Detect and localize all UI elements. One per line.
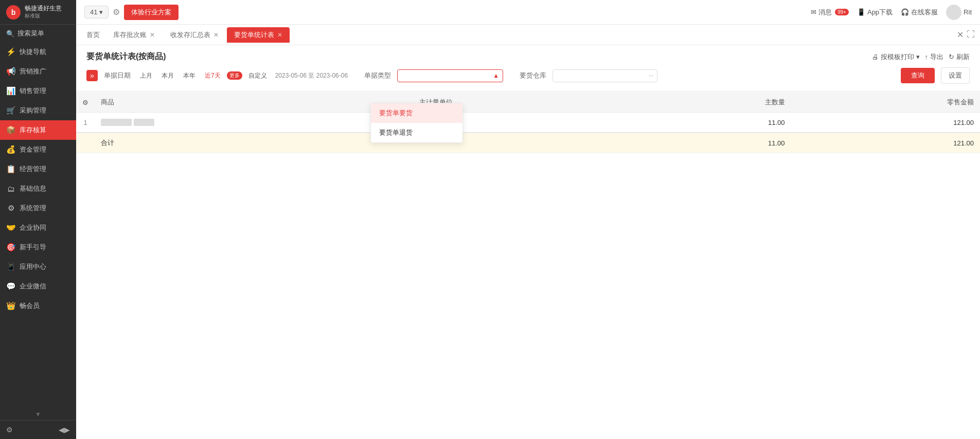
page-title: 要货单统计表(按商品) — [86, 51, 166, 62]
type-input[interactable] — [397, 69, 503, 82]
sidebar-item-marketing[interactable]: 📢 营销推广 — [0, 62, 76, 81]
more-date-badge[interactable]: 更多 — [227, 71, 242, 80]
user-name: Rit — [964, 8, 972, 16]
tab-close-icon[interactable]: ✕ — [213, 31, 219, 39]
guide-icon: 🎯 — [6, 243, 15, 252]
appstore-icon: 📱 — [6, 262, 15, 271]
data-table-container: ⚙ 商品 主计量单位 主数量 零售金额 1 — [76, 93, 980, 439]
page-actions: 🖨 按模板打印 ▾ ↑ 导出 ↻ 刷新 — [872, 52, 970, 62]
print-icon: 🖨 — [872, 53, 879, 61]
sidebar-item-label: 企业协同 — [20, 223, 46, 232]
logo-sub: 标准版 — [25, 12, 62, 20]
message-badge: 99+ — [835, 9, 849, 15]
sidebar-item-member[interactable]: 👑 畅会员 — [0, 296, 76, 316]
tab-close-icon[interactable]: ✕ — [150, 31, 155, 39]
date-custom[interactable]: 自定义 — [245, 70, 270, 81]
warehouse-input[interactable] — [553, 69, 657, 82]
sidebar-item-sales[interactable]: 📊 销售管理 — [0, 81, 76, 101]
refresh-btn[interactable]: ↻ 刷新 — [949, 52, 970, 62]
product-name-bar — [101, 119, 132, 126]
tab-close-active-icon[interactable]: ✕ — [277, 31, 282, 39]
sidebar-item-appstore[interactable]: 📱 应用中心 — [0, 257, 76, 277]
sidebar-item-label: 销售管理 — [20, 86, 46, 96]
sidebar-item-label: 基础信息 — [20, 184, 46, 193]
dropdown-item-order-return[interactable]: 要货单退货 — [371, 123, 462, 142]
tab-inventory-batch[interactable]: 库存批次账 ✕ — [106, 27, 162, 43]
row-product — [95, 113, 413, 133]
sidebar-item-quick-nav[interactable]: ⚡ 快捷导航 — [0, 42, 76, 62]
date-shortcut-this-month[interactable]: 本月 — [158, 70, 177, 81]
operations-icon: 📋 — [6, 164, 15, 174]
sidebar-scroll-down[interactable]: ▼ — [0, 409, 76, 420]
sidebar-item-finance[interactable]: 💰 资金管理 — [0, 140, 76, 159]
settings-row-button[interactable]: 设置 — [941, 67, 970, 84]
tabs-bar: 首页 库存批次账 ✕ 收发存汇总表 ✕ 要货单统计表 ✕ ✕ ⛶ — [76, 25, 980, 45]
chevron-down-icon: ▾ — [916, 53, 920, 61]
page-content: 要货单统计表(按商品) 🖨 按模板打印 ▾ ↑ 导出 ↻ 刷新 » — [76, 45, 980, 439]
store-name: 41 — [90, 8, 97, 16]
date-range-text: 2023-05-06 至 2023-06-06 — [275, 71, 348, 80]
sidebar-item-inventory[interactable]: 📦 库存核算 — [0, 120, 76, 140]
table-head: ⚙ 商品 主计量单位 主数量 零售金额 — [76, 93, 980, 113]
footer-empty — [76, 133, 95, 153]
date-shortcut-last-month[interactable]: 上月 — [137, 70, 155, 81]
th-amount: 零售金额 — [791, 93, 980, 113]
date-label: 单据日期 — [104, 71, 131, 80]
online-service-item[interactable]: 🎧 在线客服 — [901, 8, 938, 17]
row-amount: 121.00 — [791, 113, 980, 133]
sidebar-item-guide[interactable]: 🎯 新手引导 — [0, 237, 76, 257]
user-item[interactable]: Rit — [946, 5, 972, 20]
collapse-btn[interactable]: ◀▶ — [59, 426, 70, 434]
tab-home[interactable]: 首页 — [81, 27, 105, 43]
warehouse-label: 要货仓库 — [520, 71, 546, 80]
search-menu[interactable]: 🔍 搜索菜单 — [0, 25, 76, 42]
dropdown-item-order-goods[interactable]: 要货单要货 — [371, 103, 462, 123]
sales-icon: 📊 — [6, 86, 15, 96]
tabs-minimize-btn[interactable]: ✕ — [957, 30, 964, 40]
th-quantity: 主数量 — [634, 93, 791, 113]
search-label: 搜索菜单 — [17, 29, 44, 38]
sidebar-item-purchase[interactable]: 🛒 采购管理 — [0, 101, 76, 120]
sidebar-nav: ⚡ 快捷导航 📢 营销推广 📊 销售管理 🛒 采购管理 📦 库存核算 💰 资金管… — [0, 42, 76, 409]
sidebar-item-cooperation[interactable]: 🤝 企业协同 — [0, 218, 76, 237]
store-selector[interactable]: 41 ▾ — [84, 6, 109, 19]
sidebar-item-system[interactable]: ⚙ 系统管理 — [0, 198, 76, 218]
tab-label: 收发存汇总表 — [170, 30, 210, 40]
search-icon: 🔍 — [6, 30, 14, 38]
sidebar-item-label: 营销推广 — [20, 67, 46, 76]
query-button[interactable]: 查询 — [901, 68, 935, 83]
app-download-label: App下载 — [867, 8, 893, 17]
th-settings[interactable]: ⚙ — [76, 93, 95, 113]
app-download-item[interactable]: 📱 App下载 — [857, 8, 893, 17]
message-item[interactable]: ✉ 消息 99+ — [811, 8, 849, 17]
type-arrow-up-icon[interactable]: ▲ — [493, 72, 499, 79]
column-settings-icon[interactable]: ⚙ — [82, 99, 88, 106]
topbar-settings-btn[interactable]: ⚙ — [113, 7, 120, 17]
sidebar-item-operations[interactable]: 📋 经营管理 — [0, 159, 76, 179]
sidebar-item-label: 系统管理 — [20, 204, 46, 213]
warehouse-select-wrapper: ··· — [553, 69, 657, 82]
date-shortcut-this-year[interactable]: 本年 — [180, 70, 199, 81]
wechat-icon: 💬 — [6, 282, 15, 291]
more-filters-icon[interactable]: ··· — [649, 72, 653, 79]
sidebar-item-label: 企业微信 — [20, 282, 46, 291]
tabs-maximize-btn[interactable]: ⛶ — [967, 30, 975, 40]
row-quantity: 11.00 — [634, 113, 791, 133]
trial-button[interactable]: 体验行业方案 — [124, 5, 179, 20]
top-header: 41 ▾ ⚙ 体验行业方案 ✉ 消息 99+ 📱 App下载 🎧 在线客服 R — [76, 0, 980, 25]
tab-order-summary[interactable]: 要货单统计表 ✕ — [227, 27, 290, 43]
type-dropdown: 要货单要货 要货单退货 — [370, 103, 463, 143]
filter-expand-btn[interactable]: » — [86, 70, 98, 81]
logo-icon: b — [6, 5, 21, 20]
app-logo: b 畅捷通好生意 标准版 — [0, 0, 76, 25]
purchase-icon: 🛒 — [6, 106, 15, 115]
settings-bottom-btn[interactable]: ⚙ — [6, 426, 13, 434]
sidebar-item-wechat[interactable]: 💬 企业微信 — [0, 277, 76, 296]
sidebar-item-label: 经营管理 — [20, 164, 46, 174]
export-btn[interactable]: ↑ 导出 — [925, 52, 944, 62]
tab-receive-summary[interactable]: 收发存汇总表 ✕ — [163, 27, 226, 43]
sidebar-item-label: 畅会员 — [20, 301, 40, 310]
date-shortcut-7days[interactable]: 近7天 — [202, 70, 224, 81]
sidebar-item-basic[interactable]: 🗂 基础信息 — [0, 179, 76, 198]
print-template-btn[interactable]: 🖨 按模板打印 ▾ — [872, 52, 920, 62]
